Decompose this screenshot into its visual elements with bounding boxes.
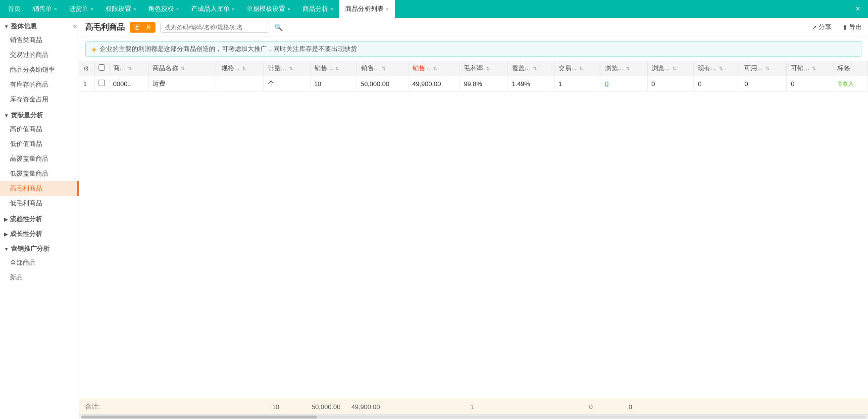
- cell-tag: 高收入: [833, 76, 868, 92]
- nav-close-product-analysis[interactable]: ×: [330, 6, 333, 12]
- col-sales-qty[interactable]: 销售... ⇅: [310, 61, 357, 76]
- col-name[interactable]: 商品名称 ⇅: [148, 61, 217, 76]
- info-banner: ◈ 企业的主要的利润都是这部分商品创造的，可考虑加大推广，同时关注库存是不要出现…: [85, 41, 862, 57]
- search-input[interactable]: [160, 22, 269, 33]
- nav-permission-setting[interactable]: 权限设置 ×: [100, 0, 142, 18]
- col-trade[interactable]: 交易... ⇅: [554, 61, 601, 76]
- col-sales-amount[interactable]: 销售... ⇅: [357, 61, 408, 76]
- export-icon: ⬆: [842, 24, 848, 31]
- cell-sales-qty: 10: [310, 76, 357, 92]
- table-header-row: ⚙ 商... ⇅ 商品名称 ⇅: [79, 61, 868, 76]
- cell-current-stock: 0: [694, 76, 740, 92]
- nav-close-role-auth[interactable]: ×: [176, 6, 179, 12]
- main-layout: « ▼ 整体信息 销售类商品 交易过的商品 商品分类助销率 有库存的商品 库存资…: [0, 18, 868, 419]
- nav-product-analysis-list[interactable]: 商品分析列表 ×: [339, 0, 395, 18]
- table-footer: 合计: 10 50,000.00 49,900.00 1 0 0: [79, 399, 868, 414]
- share-icon: ↗: [812, 24, 817, 31]
- sidebar-group-growth[interactable]: ▶ 成长性分析: [0, 226, 79, 240]
- sidebar-item-high-value[interactable]: 高价值商品: [0, 122, 79, 137]
- select-all-checkbox[interactable]: [99, 64, 105, 71]
- group-arrow-overall: ▼: [4, 24, 9, 29]
- row-checkbox[interactable]: [99, 80, 105, 86]
- group-arrow-marketing: ▼: [4, 246, 9, 252]
- nav-template-setting[interactable]: 单据模板设置 ×: [241, 0, 296, 18]
- search-button[interactable]: 🔍: [274, 23, 283, 31]
- col-current-stock[interactable]: 现有... ⇅: [694, 61, 740, 76]
- cell-views1[interactable]: 0: [601, 76, 647, 92]
- col-views2[interactable]: 浏览... ⇅: [647, 61, 694, 76]
- group-arrow-trend: ▶: [4, 217, 8, 222]
- footer-current-stock: 0: [585, 403, 625, 411]
- sidebar-group-contribution[interactable]: ▼ 贡献量分析: [0, 107, 79, 122]
- group-arrow-contribution: ▼: [4, 113, 9, 118]
- footer-available: 0: [625, 403, 664, 411]
- sidebar-item-high-coverage[interactable]: 高覆盖量商品: [0, 151, 79, 166]
- col-tag[interactable]: 标签: [833, 61, 868, 76]
- nav-product-analysis[interactable]: 商品分析 ×: [297, 0, 339, 18]
- col-code[interactable]: 商... ⇅: [109, 61, 148, 76]
- cell-trade: 1: [554, 76, 601, 92]
- nav-close-permission-setting[interactable]: ×: [133, 6, 136, 12]
- sidebar-collapse-button[interactable]: «: [73, 22, 77, 30]
- footer-sales-qty: 10: [268, 403, 308, 411]
- product-table-container: ⚙ 商... ⇅ 商品名称 ⇅: [79, 61, 868, 399]
- col-settings[interactable]: ⚙: [79, 61, 94, 76]
- col-sellable[interactable]: 可销... ⇅: [787, 61, 833, 76]
- sidebar-item-low-value[interactable]: 低价值商品: [0, 137, 79, 151]
- sidebar-item-new-products[interactable]: 新品: [0, 270, 79, 285]
- share-button[interactable]: ↗ 分享: [812, 23, 831, 32]
- cell-sales-cost: 49,900.00: [408, 76, 460, 92]
- cell-index: 1: [79, 76, 94, 92]
- footer-label: 合计:: [85, 402, 100, 411]
- cell-unit: 个: [263, 76, 310, 92]
- cell-views2: 0: [647, 76, 694, 92]
- footer-trade: 1: [466, 403, 506, 411]
- nav-close-template-setting[interactable]: ×: [287, 6, 290, 12]
- col-coverage[interactable]: 覆盖... ⇅: [508, 61, 554, 76]
- nav-close-sales-order[interactable]: ×: [54, 6, 57, 12]
- period-button[interactable]: 近一月: [130, 22, 155, 33]
- export-button[interactable]: ⬆ 导出: [842, 23, 862, 32]
- sidebar-item-category-rate[interactable]: 商品分类助销率: [0, 62, 79, 77]
- sidebar-group-overall[interactable]: ▼ 整体信息: [0, 18, 79, 33]
- cell-code: 0000...: [109, 76, 148, 92]
- cell-spec: [217, 76, 263, 92]
- sidebar-item-low-margin[interactable]: 低毛利商品: [0, 196, 79, 211]
- page-title: 高毛利商品: [85, 22, 125, 33]
- content-header: 高毛利商品 近一月 🔍 ↗ 分享 ⬆ 导出: [79, 18, 868, 37]
- nav-home[interactable]: 首页: [2, 0, 27, 18]
- sidebar-item-sales-products[interactable]: 销售类商品: [0, 33, 79, 47]
- sidebar-item-stock-capital[interactable]: 库存资金占用: [0, 92, 79, 107]
- nav-role-auth[interactable]: 角色授权 ×: [142, 0, 185, 18]
- col-sales-cost[interactable]: 销售... ⇅: [408, 61, 460, 76]
- sidebar-item-high-margin[interactable]: 高毛利商品: [0, 181, 79, 196]
- cell-checkbox: [94, 76, 109, 92]
- col-views1[interactable]: 浏览... ⇅: [601, 61, 647, 76]
- nav-purchase-order[interactable]: 进货单 ×: [63, 0, 99, 18]
- top-nav: 首页 销售单 × 进货单 × 权限设置 × 角色授权 × 产成品入库单 × 单据…: [0, 0, 868, 18]
- sidebar-item-all-products[interactable]: 全部商品: [0, 255, 79, 270]
- cell-sellable: 0: [787, 76, 833, 92]
- sidebar-group-trend[interactable]: ▶ 流趋性分析: [0, 211, 79, 226]
- scrollbar-thumb[interactable]: [81, 416, 317, 419]
- table-row: 1 0000... 运费 个 10 50,000.00 49,900.00 99…: [79, 76, 868, 92]
- nav-production-inbound[interactable]: 产成品入库单 ×: [185, 0, 241, 18]
- sidebar-item-traded-products[interactable]: 交易过的商品: [0, 47, 79, 62]
- scrollbar-track[interactable]: [81, 416, 866, 419]
- nav-sales-order[interactable]: 销售单 ×: [27, 0, 63, 18]
- cell-coverage: 1.49%: [508, 76, 554, 92]
- sidebar-item-low-coverage[interactable]: 低覆盖量商品: [0, 166, 79, 181]
- sidebar-group-marketing[interactable]: ▼ 营销推广分析: [0, 240, 79, 255]
- col-gross-margin[interactable]: 毛利率 ⇅: [460, 61, 508, 76]
- horizontal-scrollbar[interactable]: [79, 414, 868, 419]
- col-spec[interactable]: 规格... ⇅: [217, 61, 263, 76]
- nav-close-product-analysis-list[interactable]: ×: [386, 6, 389, 12]
- nav-close-purchase-order[interactable]: ×: [90, 6, 93, 12]
- sidebar-item-stocked-products[interactable]: 有库存的商品: [0, 77, 79, 92]
- col-available[interactable]: 可用... ⇅: [740, 61, 787, 76]
- window-close-button[interactable]: ×: [850, 4, 866, 13]
- settings-icon: ⚙: [83, 65, 89, 72]
- nav-close-production-inbound[interactable]: ×: [232, 6, 235, 12]
- col-checkbox: [94, 61, 109, 76]
- col-unit[interactable]: 计量... ⇅: [263, 61, 310, 76]
